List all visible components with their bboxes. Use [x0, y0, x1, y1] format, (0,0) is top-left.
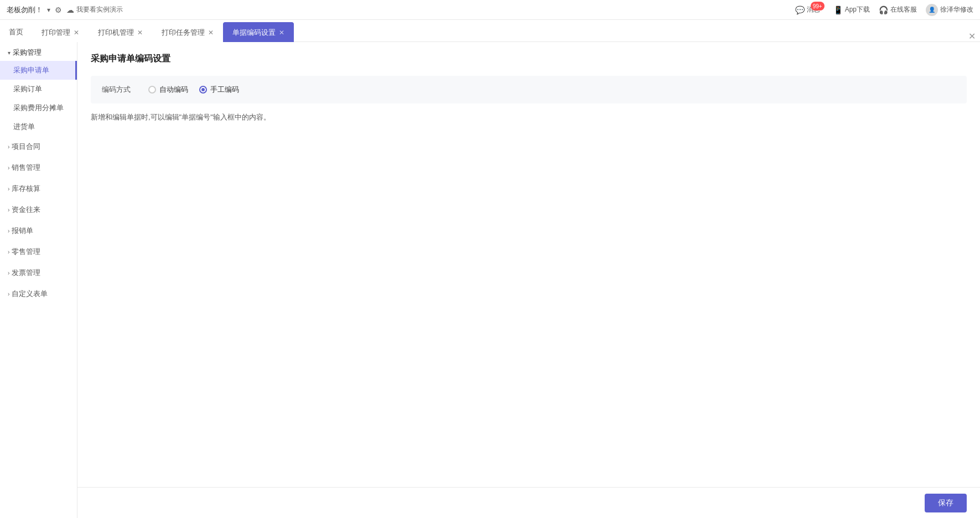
sidebar-group-custom-form-label: 自定义表单 — [12, 289, 48, 299]
app-download-button[interactable]: App下载 — [833, 5, 870, 14]
sidebar-group-inventory-label: 库存核算 — [12, 184, 40, 194]
sidebar-item-stock-in-label: 进货单 — [13, 122, 35, 131]
service-icon — [879, 6, 888, 14]
hint-text: 新增和编辑单据时,可以编辑"单据编号"输入框中的内容。 — [91, 112, 967, 122]
bottom-bar: 保存 — [77, 487, 980, 518]
collapse-arrow-invoice: › — [8, 270, 9, 276]
tab-print-management-label: 打印管理 — [42, 28, 70, 38]
main-content: 采购申请单编码设置 编码方式 自动编码 手工编码 — [77, 42, 980, 518]
sidebar-group-retail[interactable]: › 零售管理 — [0, 241, 77, 262]
message-button[interactable]: 消息 99+ — [795, 5, 820, 14]
chat-icon — [795, 6, 805, 14]
encoding-label: 编码方式 — [102, 85, 135, 95]
collapse-arrow-inventory: › — [8, 186, 9, 192]
sidebar-group-invoice-label: 发票管理 — [12, 268, 40, 278]
collapse-arrow-expense: › — [8, 228, 9, 234]
sidebar-group-purchase-title[interactable]: ▾ 采购管理 — [0, 42, 77, 61]
tab-printer-management-close[interactable]: ✕ — [137, 29, 143, 36]
demo-label: 我要看实例演示 — [76, 5, 123, 14]
message-badge: 99+ — [811, 2, 825, 11]
tab-bar: 首页 打印管理 ✕ 打印机管理 ✕ 打印任务管理 ✕ 单据编码设置 ✕ ✕ — [0, 20, 980, 42]
tab-printer-management[interactable]: 打印机管理 ✕ — [89, 22, 152, 42]
collapse-arrow-sales: › — [8, 165, 9, 171]
sidebar-group-purchase: ▾ 采购管理 采购申请单 采购订单 采购费用分摊单 进货单 — [0, 42, 77, 136]
sidebar-group-finance[interactable]: › 资金往来 — [0, 199, 77, 220]
sidebar-group-custom-form[interactable]: › 自定义表单 — [0, 283, 77, 304]
sidebar-item-purchase-request[interactable]: 采购申请单 — [0, 61, 77, 80]
collapse-arrow-project: › — [8, 144, 9, 150]
tab-bar-close-all[interactable]: ✕ — [968, 31, 980, 42]
sidebar: ▾ 采购管理 采购申请单 采购订单 采购费用分摊单 进货单 › 项目合同 › 销… — [0, 42, 77, 518]
radio-group-encoding: 自动编码 手工编码 — [148, 85, 239, 95]
online-service-button[interactable]: 在线客服 — [879, 5, 917, 14]
content-body: 采购申请单编码设置 编码方式 自动编码 手工编码 — [77, 42, 980, 487]
tab-encoding-settings-close[interactable]: ✕ — [279, 29, 284, 36]
page-title: 采购申请单编码设置 — [91, 53, 967, 65]
app-label: App下载 — [845, 5, 870, 14]
top-bar-right: 消息 99+ App下载 在线客服 👤 徐泽华修改 — [795, 4, 973, 16]
radio-manual-label: 手工编码 — [210, 85, 239, 95]
settings-icon[interactable] — [55, 6, 62, 14]
tab-print-task-close[interactable]: ✕ — [208, 29, 214, 36]
tab-home[interactable]: 首页 — [0, 22, 32, 42]
tab-print-task-label: 打印任务管理 — [162, 28, 205, 38]
radio-auto-label: 自动编码 — [159, 85, 188, 95]
tab-printer-management-label: 打印机管理 — [98, 28, 134, 38]
tab-encoding-settings-label: 单据编码设置 — [232, 28, 276, 38]
app-title: 老板勿削！ — [7, 5, 43, 15]
tab-home-label: 首页 — [9, 27, 23, 37]
tab-print-management-close[interactable]: ✕ — [74, 29, 79, 36]
sidebar-group-sales[interactable]: › 销售管理 — [0, 157, 77, 178]
encoding-section: 编码方式 自动编码 手工编码 — [91, 76, 967, 103]
top-bar: 老板勿削！ ▾ 我要看实例演示 消息 99+ App下载 在线客服 👤 徐泽华修… — [0, 0, 980, 20]
avatar: 👤 — [926, 4, 938, 16]
sidebar-group-expense-label: 报销单 — [12, 226, 33, 236]
sidebar-group-project-label: 项目合同 — [12, 142, 40, 152]
save-button[interactable]: 保存 — [925, 494, 967, 512]
sidebar-item-purchase-cost-label: 采购费用分摊单 — [13, 103, 64, 112]
sidebar-group-finance-label: 资金往来 — [12, 205, 40, 215]
sidebar-group-sales-label: 销售管理 — [12, 163, 40, 173]
collapse-arrow-purchase: ▾ — [8, 50, 11, 56]
radio-manual-circle — [199, 86, 207, 94]
user-label: 徐泽华修改 — [940, 5, 973, 14]
sidebar-item-purchase-cost[interactable]: 采购费用分摊单 — [0, 99, 77, 117]
sidebar-item-purchase-order-label: 采购订单 — [13, 85, 42, 93]
service-label: 在线客服 — [890, 5, 917, 14]
main-layout: ▾ 采购管理 采购申请单 采购订单 采购费用分摊单 进货单 › 项目合同 › 销… — [0, 42, 980, 518]
sidebar-item-purchase-order[interactable]: 采购订单 — [0, 80, 77, 99]
tab-print-task[interactable]: 打印任务管理 ✕ — [152, 22, 223, 42]
app-icon — [833, 6, 843, 14]
collapse-arrow-custom-form: › — [8, 291, 9, 297]
top-bar-left: 老板勿削！ ▾ 我要看实例演示 — [7, 5, 123, 15]
demo-link[interactable]: 我要看实例演示 — [66, 5, 123, 14]
sidebar-group-inventory[interactable]: › 库存核算 — [0, 178, 77, 199]
user-menu-button[interactable]: 👤 徐泽华修改 — [926, 4, 973, 16]
sidebar-group-purchase-label: 采购管理 — [13, 48, 42, 58]
tab-encoding-settings[interactable]: 单据编码设置 ✕ — [223, 22, 294, 42]
sidebar-item-stock-in[interactable]: 进货单 — [0, 117, 77, 136]
sidebar-item-purchase-request-label: 采购申请单 — [13, 66, 49, 74]
collapse-arrow-retail: › — [8, 249, 9, 255]
encoding-row: 编码方式 自动编码 手工编码 — [102, 85, 956, 95]
cloud-icon — [66, 6, 74, 14]
sidebar-group-retail-label: 零售管理 — [12, 247, 40, 257]
sidebar-group-project[interactable]: › 项目合同 — [0, 136, 77, 157]
radio-auto-circle — [148, 86, 156, 94]
tab-print-management[interactable]: 打印管理 ✕ — [32, 22, 89, 42]
radio-auto-code[interactable]: 自动编码 — [148, 85, 188, 95]
sidebar-group-invoice[interactable]: › 发票管理 — [0, 262, 77, 283]
dropdown-icon[interactable]: ▾ — [47, 6, 50, 14]
radio-manual-code[interactable]: 手工编码 — [199, 85, 239, 95]
collapse-arrow-finance: › — [8, 207, 9, 213]
sidebar-group-expense[interactable]: › 报销单 — [0, 220, 77, 241]
